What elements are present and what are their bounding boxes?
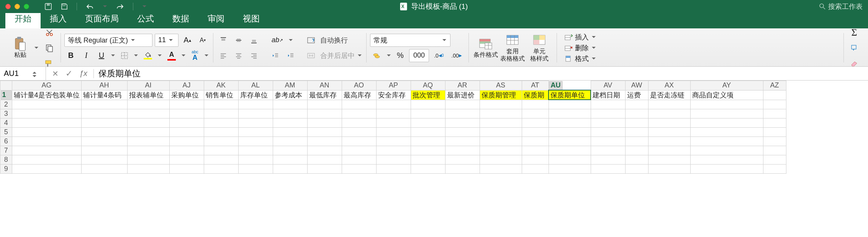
cell-AL6[interactable]: [238, 137, 273, 146]
cell-AN8[interactable]: [307, 155, 342, 164]
phonetic-button[interactable]: abcA: [188, 49, 201, 62]
row-header-6[interactable]: 6: [0, 137, 12, 146]
row-header-9[interactable]: 9: [0, 164, 12, 173]
col-header-AY[interactable]: AY: [690, 81, 763, 91]
confirm-edit-button[interactable]: ✓: [66, 69, 72, 79]
cell-AR5[interactable]: [445, 127, 480, 137]
cell-AK4[interactable]: [204, 118, 238, 127]
cell-AK1[interactable]: 销售单位: [204, 90, 238, 100]
cell-AI6[interactable]: [127, 137, 169, 146]
cell-AI7[interactable]: [127, 146, 169, 155]
cell-AY6[interactable]: [690, 137, 763, 146]
col-header-AS[interactable]: AS: [480, 81, 522, 91]
cell-AM6[interactable]: [273, 137, 307, 146]
redo-icon[interactable]: [116, 3, 124, 10]
cell-AV4[interactable]: [591, 118, 625, 127]
cell-AS4[interactable]: [480, 118, 522, 127]
cell-AV9[interactable]: [591, 164, 625, 173]
cell-AT2[interactable]: [522, 100, 549, 109]
cell-AR3[interactable]: [445, 109, 480, 118]
cell-AJ4[interactable]: [169, 118, 204, 127]
col-header-AK[interactable]: AK: [204, 81, 238, 91]
cell-AN6[interactable]: [307, 137, 342, 146]
percent-button[interactable]: %: [394, 49, 407, 62]
cell-AO9[interactable]: [342, 164, 376, 173]
cell-AO4[interactable]: [342, 118, 376, 127]
cell-AP1[interactable]: 安全库存: [376, 90, 411, 100]
cell-AR4[interactable]: [445, 118, 480, 127]
cell-AZ1[interactable]: [763, 90, 786, 100]
cell-AT1[interactable]: 保质期: [522, 90, 549, 100]
fx-icon[interactable]: ƒx: [79, 69, 87, 78]
cell-AI3[interactable]: [127, 109, 169, 118]
cell-AR2[interactable]: [445, 100, 480, 109]
cell-styles-button[interactable]: 单元 格样式: [526, 31, 553, 64]
cell-AU9[interactable]: [549, 164, 591, 173]
increase-decimal-button[interactable]: .0◀0: [431, 49, 446, 62]
cell-AK2[interactable]: [204, 100, 238, 109]
cell-AO5[interactable]: [342, 127, 376, 137]
cell-AM8[interactable]: [273, 155, 307, 164]
cell-AI2[interactable]: [127, 100, 169, 109]
cell-AM3[interactable]: [273, 109, 307, 118]
cell-AI4[interactable]: [127, 118, 169, 127]
cell-AG3[interactable]: [12, 109, 81, 118]
cell-AJ9[interactable]: [169, 164, 204, 173]
cell-AH6[interactable]: [81, 137, 127, 146]
cell-AY9[interactable]: [690, 164, 763, 173]
cell-AP6[interactable]: [376, 137, 411, 146]
cell-AV2[interactable]: [591, 100, 625, 109]
undo-dropdown[interactable]: [102, 4, 108, 9]
row-header-3[interactable]: 3: [0, 109, 12, 118]
col-header-AJ[interactable]: AJ: [169, 81, 204, 91]
cell-AU8[interactable]: [549, 155, 591, 164]
col-header-AL[interactable]: AL: [238, 81, 273, 91]
cell-AM1[interactable]: 参考成本: [273, 90, 307, 100]
format-dropdown[interactable]: [591, 56, 596, 61]
cell-AO3[interactable]: [342, 109, 376, 118]
search-box[interactable]: 搜索工作表: [819, 2, 863, 11]
cell-AX4[interactable]: [648, 118, 690, 127]
cell-AO8[interactable]: [342, 155, 376, 164]
cell-AU3[interactable]: [549, 109, 591, 118]
cell-AO7[interactable]: [342, 146, 376, 155]
cell-AX5[interactable]: [648, 127, 690, 137]
cell-AT4[interactable]: [522, 118, 549, 127]
qat-customize-dropdown[interactable]: [142, 4, 147, 9]
borders-button[interactable]: [118, 49, 131, 62]
font-size-select[interactable]: 11: [155, 34, 179, 47]
row-header-5[interactable]: 5: [0, 127, 12, 137]
cell-AU5[interactable]: [549, 127, 591, 137]
delete-dropdown[interactable]: [591, 45, 596, 51]
cell-AR8[interactable]: [445, 155, 480, 164]
cell-AY8[interactable]: [690, 155, 763, 164]
cell-AS1[interactable]: 保质期管理: [480, 90, 522, 100]
cell-AN5[interactable]: [307, 127, 342, 137]
comma-style-button[interactable]: 000: [409, 49, 429, 62]
font-color-dropdown[interactable]: [181, 53, 186, 58]
cell-AT5[interactable]: [522, 127, 549, 137]
cell-AQ3[interactable]: [411, 109, 445, 118]
cell-AH7[interactable]: [81, 146, 127, 155]
cell-AR7[interactable]: [445, 146, 480, 155]
cell-AQ1[interactable]: 批次管理: [411, 90, 445, 100]
cell-AW3[interactable]: [625, 109, 648, 118]
cell-AY4[interactable]: [690, 118, 763, 127]
col-header-AP[interactable]: AP: [376, 81, 411, 91]
col-header-AO[interactable]: AO: [342, 81, 376, 91]
cell-AN2[interactable]: [307, 100, 342, 109]
cell-AT6[interactable]: [522, 137, 549, 146]
name-box-input[interactable]: [0, 69, 31, 78]
cell-AZ5[interactable]: [763, 127, 786, 137]
borders-dropdown[interactable]: [133, 53, 139, 58]
conditional-formatting-button[interactable]: 条件格式: [472, 31, 499, 64]
cell-AH9[interactable]: [81, 164, 127, 173]
cell-AP5[interactable]: [376, 127, 411, 137]
cell-AU6[interactable]: [549, 137, 591, 146]
spreadsheet-grid[interactable]: AGAHAIAJAKALAMANAOAPAQARASATAUAVAWAXAYAZ…: [0, 81, 868, 174]
align-bottom-button[interactable]: [247, 34, 260, 47]
cell-AQ9[interactable]: [411, 164, 445, 173]
cell-AQ7[interactable]: [411, 146, 445, 155]
cell-AG4[interactable]: [12, 118, 81, 127]
italic-button[interactable]: I: [80, 49, 93, 62]
